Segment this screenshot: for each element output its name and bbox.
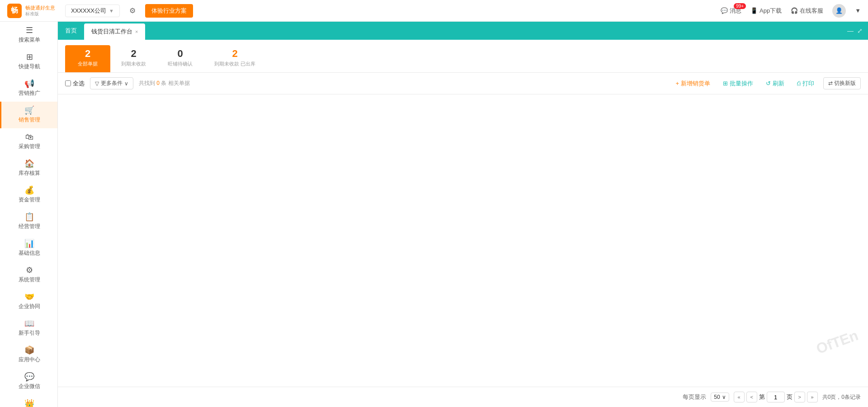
guide-icon: 📖: [24, 319, 34, 327]
appstore-icon: 📦: [24, 346, 34, 354]
sidebar-item-label: 新手引导: [19, 329, 40, 337]
basic-icon: 📊: [24, 239, 34, 248]
sidebar-item-label: 应用中心: [19, 356, 40, 364]
filter-icon: ▽: [95, 80, 99, 87]
first-page-button[interactable]: «: [734, 392, 745, 402]
inventory-icon: 🏠: [24, 159, 34, 168]
batch-button[interactable]: ⊞ 批量操作: [719, 78, 757, 89]
sidebar: ☰ 搜索菜单 ⊞ 快捷导航 📢 营销推广 🛒 销售管理 🛍 采购管理 🏠 库存核…: [0, 22, 58, 407]
pagination: 每页显示 50 ∨ « < 第 页 > » 共0页，0条记录: [58, 387, 868, 407]
online-service-button[interactable]: 🎧 在线客服: [791, 7, 823, 15]
topbar-right: 💬 消息 99+ 📱 App下载 🎧 在线客服 👤 ▼: [721, 4, 861, 18]
found-text: 共找到 0 条 相关单据: [139, 80, 190, 87]
home-tab-label: 首页: [65, 27, 77, 35]
topbar: 畅 畅捷通好生意 标准版 XXXXXX公司 ▼ ⚙ 体验行业方案 💬 消息 99…: [0, 0, 868, 22]
sidebar-item-weixin[interactable]: 💬 企业微信: [0, 368, 57, 395]
app-download-button[interactable]: 📱 App下载: [750, 7, 782, 15]
select-all-input[interactable]: [65, 80, 71, 86]
sidebar-item-search[interactable]: ☰ 搜索菜单: [0, 22, 57, 48]
finance-icon: 💰: [24, 186, 34, 194]
switch-icon: ⇄: [828, 80, 833, 86]
sidebar-item-nav[interactable]: ⊞ 快捷导航: [0, 48, 57, 75]
toolbar-right: + 新增销货单 ⊞ 批量操作 ↺ 刷新 ⎙ 打印 ⇄: [672, 77, 861, 89]
search-menu-icon: ☰: [26, 26, 33, 34]
nav-icon: ⊞: [26, 53, 33, 61]
found-count: 0: [156, 80, 160, 86]
sidebar-item-label: 销售管理: [19, 116, 40, 124]
sidebar-item-enterprise[interactable]: 🤝 企业协同: [0, 288, 57, 315]
print-button[interactable]: ⎙ 打印: [793, 78, 818, 89]
marketing-icon: 📢: [24, 80, 34, 88]
purchase-icon: 🛍: [25, 133, 33, 141]
message-button[interactable]: 💬 消息 99+: [721, 7, 741, 15]
page-input[interactable]: [767, 392, 785, 402]
user-name[interactable]: ▼: [855, 7, 861, 14]
online-service-label: 在线客服: [800, 7, 823, 15]
member-icon: 👑: [24, 399, 34, 407]
select-all-checkbox[interactable]: 全选: [65, 80, 85, 88]
sidebar-item-sales[interactable]: 🛒 销售管理: [0, 102, 57, 128]
sidebar-item-system[interactable]: ⚙ 系统管理: [0, 262, 57, 288]
tab-minimize-button[interactable]: —: [847, 27, 854, 34]
tab-close-icon[interactable]: ×: [135, 29, 138, 34]
phone-icon: 📱: [750, 7, 758, 14]
sidebar-item-label: 营销推广: [19, 89, 40, 97]
sidebar-item-label: 基础信息: [19, 249, 40, 257]
stat-tab-overdue[interactable]: 2 到期未收款: [110, 45, 157, 72]
logo-area: 畅 畅捷通好生意 标准版: [7, 4, 65, 18]
stat-label-shipped: 到期未收款 已出库: [214, 61, 255, 67]
system-icon: ⚙: [26, 266, 33, 274]
stat-label-overdue: 到期未收款: [121, 61, 146, 67]
main-content: 首页 钱货日清工作台 × — ⤢ 2 全部单据 2 到期未收款: [58, 22, 868, 407]
tab-home[interactable]: 首页: [58, 22, 84, 40]
stat-tab-shipped[interactable]: 2 到期未收款 已出库: [203, 45, 266, 72]
company-selector[interactable]: XXXXXX公司 ▼: [65, 5, 120, 17]
add-order-button[interactable]: + 新增销货单: [672, 78, 713, 89]
stat-label-pending: 旺铺待确认: [168, 61, 193, 67]
batch-icon: ⊞: [723, 80, 728, 87]
trial-button[interactable]: 体验行业方案: [145, 4, 193, 18]
last-page-button[interactable]: »: [807, 392, 818, 402]
weixin-icon: 💬: [24, 373, 34, 381]
sidebar-item-operation[interactable]: 📋 经营管理: [0, 208, 57, 235]
stat-tab-pending[interactable]: 0 旺铺待确认: [157, 45, 203, 72]
settings-button[interactable]: ⚙: [125, 4, 140, 18]
stat-tab-all[interactable]: 2 全部单据: [65, 45, 110, 72]
sidebar-item-purchase[interactable]: 🛍 采购管理: [0, 128, 57, 155]
operation-icon: 📋: [24, 213, 34, 221]
avatar-icon: 👤: [835, 7, 843, 14]
tab-expand-button[interactable]: ⤢: [857, 27, 863, 34]
sidebar-item-label: 系统管理: [19, 276, 40, 284]
logo-text: 畅捷通好生意 标准版: [25, 5, 55, 17]
sidebar-item-label: 采购管理: [19, 143, 40, 150]
sidebar-item-marketing[interactable]: 📢 营销推广: [0, 75, 57, 102]
company-dropdown-arrow: ▼: [109, 8, 114, 14]
avatar[interactable]: 👤: [832, 4, 846, 18]
empty-state: [58, 94, 868, 387]
filter-button[interactable]: ▽ 更多条件 ∨: [90, 77, 133, 89]
sidebar-item-appstore[interactable]: 📦 应用中心: [0, 342, 57, 368]
company-name: XXXXXX公司: [71, 7, 106, 15]
per-page-arrow: ∨: [722, 394, 726, 400]
refresh-icon: ↺: [766, 80, 771, 87]
stat-label-all: 全部单据: [76, 61, 99, 67]
prev-page-button[interactable]: <: [746, 392, 757, 402]
sidebar-item-label: 资金管理: [19, 196, 40, 204]
stat-num-all: 2: [76, 49, 99, 59]
page-prefix: 第: [759, 393, 765, 401]
refresh-button[interactable]: ↺ 刷新: [762, 78, 788, 89]
sidebar-item-inventory[interactable]: 🏠 库存核算: [0, 155, 57, 182]
per-page-select[interactable]: 50 ∨: [711, 393, 729, 402]
gear-icon: ⚙: [129, 6, 136, 15]
sidebar-item-member[interactable]: 👑 畅会员: [0, 395, 57, 407]
tab-workbench[interactable]: 钱货日清工作台 ×: [84, 23, 145, 40]
next-page-button[interactable]: >: [794, 392, 805, 402]
stat-num-shipped: 2: [214, 49, 255, 59]
total-info: 共0页，0条记录: [822, 393, 861, 401]
sidebar-item-guide[interactable]: 📖 新手引导: [0, 315, 57, 342]
sidebar-item-basic[interactable]: 📊 基础信息: [0, 235, 57, 262]
switch-version-button[interactable]: ⇄ 切换新版: [823, 77, 861, 89]
sales-icon: 🛒: [24, 106, 34, 114]
sidebar-item-finance[interactable]: 💰 资金管理: [0, 182, 57, 208]
filter-arrow: ∨: [124, 80, 128, 87]
